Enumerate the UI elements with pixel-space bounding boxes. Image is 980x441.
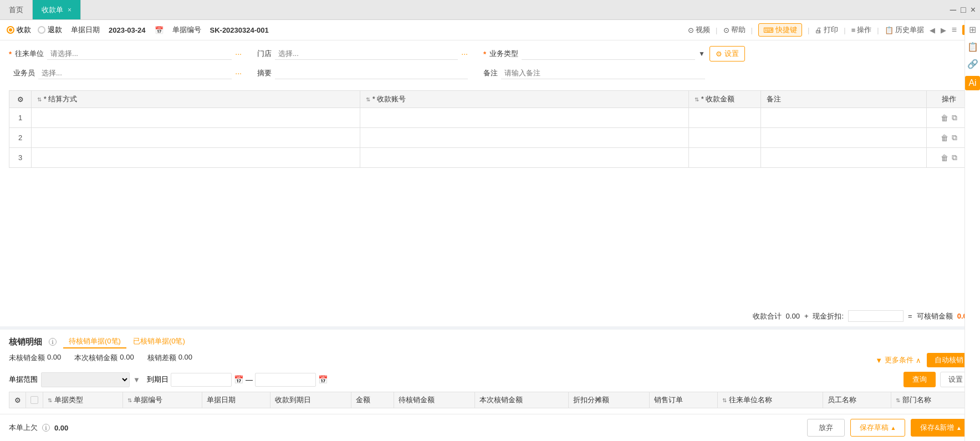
verif-tab-done[interactable]: 已核销单据(0笔) xyxy=(127,335,191,348)
form-row-2: 业务员 ··· 摘要 备注 xyxy=(9,67,971,79)
biz-type-label: 业务类型 xyxy=(489,49,518,59)
date-to-input[interactable]: 2022-04-12 xyxy=(255,373,316,387)
query-label: 查询 xyxy=(912,375,927,383)
row-3-amount[interactable] xyxy=(689,148,761,168)
radio-refund[interactable]: 退款 xyxy=(38,25,62,35)
sidebar-icon-3[interactable]: 🔗 xyxy=(967,59,978,69)
salesman-input[interactable] xyxy=(38,67,232,79)
main-content: 收款 退款 单据日期 2023-03-24 📅 单据编号 SK-20230324… xyxy=(0,20,980,441)
shortcut-btn[interactable]: ⌨ 快捷键 xyxy=(758,23,802,37)
save-draft-button[interactable]: 保存草稿 ▲ xyxy=(850,419,906,437)
equals-sign: = xyxy=(908,312,912,320)
verif-tabs: 待核销单据(0笔) 已核销单据(0笔) xyxy=(63,335,191,348)
nav-left-icon[interactable]: ◀ xyxy=(930,26,935,34)
row-1-settlement[interactable] xyxy=(32,108,360,128)
row-1-delete-icon[interactable]: 🗑 xyxy=(941,114,948,122)
row-2-account[interactable] xyxy=(360,128,689,148)
video-btn[interactable]: ⊙ 视频 xyxy=(688,25,710,35)
bth-counterpart-label: 往来单位名称 xyxy=(729,396,772,404)
row-3-copy-icon[interactable]: ⧉ xyxy=(952,153,957,162)
sidebar-icon-4[interactable]: Ai xyxy=(965,76,979,90)
help-btn[interactable]: ⊙ 帮助 xyxy=(723,25,746,35)
tab-bar: 首页 收款单 × ─ □ × xyxy=(0,0,980,20)
bth-bill-no: ⇅ 单据编号 xyxy=(122,392,202,408)
row-3-remark[interactable] xyxy=(761,148,927,168)
operate-btn[interactable]: ≡ 操作 xyxy=(851,25,872,35)
print-icon: 🖨 xyxy=(815,26,822,34)
header-checkbox[interactable] xyxy=(30,396,38,404)
row-2-delete-icon[interactable]: 🗑 xyxy=(941,134,948,142)
minimize-icon[interactable]: ─ xyxy=(950,5,956,15)
table-row: 3 🗑 ⧉ xyxy=(9,148,971,168)
cal-to-icon[interactable]: 📅 xyxy=(318,375,328,384)
row-3-account[interactable] xyxy=(360,148,689,168)
save-draft-chevron-icon: ▲ xyxy=(891,425,896,431)
tab-receipt[interactable]: 收款单 × xyxy=(33,0,81,19)
date-range-separator: — xyxy=(246,376,253,384)
store-input[interactable] xyxy=(275,48,458,60)
tab-bar-right: ─ □ × xyxy=(950,5,980,15)
discount-input[interactable] xyxy=(848,310,904,322)
verif-tab-pending[interactable]: 待核销单据(0笔) xyxy=(63,335,126,348)
table-header-row: ⚙ ⇅ * 结算方式 ⇅ * 收款账号 ⇅ * 收款金额 xyxy=(9,91,971,108)
bth-current-amount-label: 本次核销金额 xyxy=(479,396,523,404)
bottom-table: ⚙ ⇅ 单据类型 ⇅ 单据编号 xyxy=(9,392,971,408)
biz-type-input[interactable]: 预收款 xyxy=(522,48,695,60)
row-2-remark[interactable] xyxy=(761,128,927,148)
close-icon[interactable]: × xyxy=(971,5,976,15)
counterpart-more-icon[interactable]: ··· xyxy=(235,49,242,58)
cal-from-icon[interactable]: 📅 xyxy=(234,375,243,384)
settings-button[interactable]: ⚙ 设置 xyxy=(710,46,745,61)
save-new-button[interactable]: 保存&新增 ▲ xyxy=(911,419,971,437)
query-button[interactable]: 查询 xyxy=(904,372,936,387)
calendar-icon[interactable]: 📅 xyxy=(155,26,164,34)
summary-input[interactable] xyxy=(275,67,468,79)
abandon-button[interactable]: 放弃 xyxy=(807,419,845,437)
help-icon: ⊙ xyxy=(723,26,729,34)
sidebar-icon-1[interactable]: ⊞ xyxy=(969,24,976,35)
stat-diff-value: 0.00 xyxy=(178,353,192,367)
nav-right-icon[interactable]: ▶ xyxy=(941,26,946,34)
radio-group: 收款 退款 xyxy=(7,25,62,35)
stat-diff-label: 核销差额 xyxy=(147,353,176,367)
biz-type-chevron-icon[interactable]: ▼ xyxy=(698,50,705,58)
footer-left: 本单上欠 ℹ 0.00 xyxy=(9,423,68,433)
row-2-settlement[interactable] xyxy=(32,128,360,148)
summary-label: 摘要 xyxy=(257,68,272,78)
remark-input[interactable] xyxy=(501,67,705,79)
th-settings[interactable]: ⚙ xyxy=(9,91,32,108)
chevron-up-icon: ∧ xyxy=(916,356,921,365)
row-1-remark[interactable] xyxy=(761,108,927,128)
salesman-more-icon[interactable]: ··· xyxy=(235,69,242,78)
print-btn[interactable]: 🖨 打印 xyxy=(815,25,838,35)
bth-due-date-label: 收款到期日 xyxy=(275,396,311,404)
radio-receipt[interactable]: 收款 xyxy=(7,25,31,35)
top-toolbar: 收款 退款 单据日期 2023-03-24 📅 单据编号 SK-20230324… xyxy=(0,20,980,40)
date-from-input[interactable]: 2022-04-01 xyxy=(171,373,232,387)
row-1-account[interactable] xyxy=(360,108,689,128)
bill-no-value: SK-20230324-001 xyxy=(210,26,269,34)
history-btn[interactable]: 📋 历史单据 xyxy=(885,25,924,35)
sidebar-icon-2[interactable]: 📋 xyxy=(967,42,978,52)
range-select[interactable] xyxy=(41,372,130,387)
store-more-icon[interactable]: ··· xyxy=(461,49,468,58)
tab-home[interactable]: 首页 xyxy=(0,0,33,19)
table-settings-icon[interactable]: ⚙ xyxy=(17,95,24,104)
quota-info-icon[interactable]: ℹ xyxy=(42,424,50,432)
row-3-settlement[interactable] xyxy=(32,148,360,168)
row-3-delete-icon[interactable]: 🗑 xyxy=(941,153,948,162)
bth-settings[interactable]: ⚙ xyxy=(9,392,26,408)
row-2-copy-icon[interactable]: ⧉ xyxy=(952,133,957,142)
maximize-icon[interactable]: □ xyxy=(961,5,966,15)
verif-info-icon[interactable]: ℹ xyxy=(49,338,57,346)
more-conditions-btn[interactable]: ▼ 更多条件 ∧ xyxy=(875,355,921,365)
row-2-amount[interactable] xyxy=(689,128,761,148)
row-1-copy-icon[interactable]: ⧉ xyxy=(952,113,957,122)
row-1-amount[interactable] xyxy=(689,108,761,128)
counterpart-input[interactable] xyxy=(47,48,232,60)
bottom-table-gear-icon[interactable]: ⚙ xyxy=(14,396,21,404)
save-new-chevron-icon: ▲ xyxy=(956,425,962,431)
stat-current: 本次核销金额 0.00 xyxy=(74,353,134,367)
tab-receipt-close[interactable]: × xyxy=(68,6,72,14)
view-list-icon[interactable]: ≡ xyxy=(952,25,957,35)
